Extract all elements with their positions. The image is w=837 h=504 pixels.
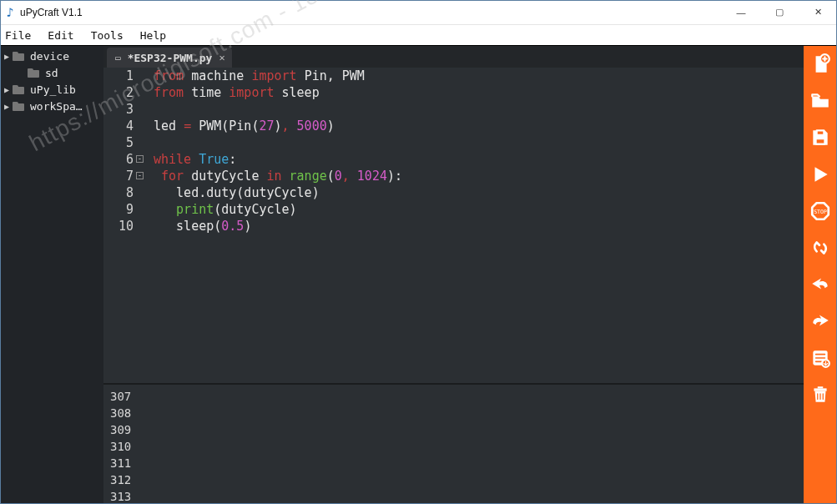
line-number: 4 (103, 118, 144, 134)
code-text[interactable]: sleep(0.5) (144, 218, 251, 234)
tab-close-icon[interactable]: ✕ (219, 52, 224, 63)
expand-arrow-icon[interactable]: ▶ (2, 98, 12, 115)
folder-icon (12, 85, 27, 96)
folder-icon (12, 52, 27, 63)
code-text[interactable]: led.duty(dutyCycle) (144, 184, 320, 201)
console-line: 312 (110, 471, 797, 488)
delete-button[interactable] (809, 383, 832, 406)
code-line[interactable]: 7- for dutyCycle in range(0, 1024): (103, 168, 804, 184)
folder-icon (27, 68, 42, 79)
svg-text:STOP: STOP (814, 209, 827, 215)
svg-rect-1 (817, 130, 824, 134)
minimize-button[interactable]: — (722, 0, 760, 25)
tree-label: device (30, 48, 69, 65)
code-text[interactable] (144, 134, 154, 151)
code-text[interactable]: for dutyCycle in range(0, 1024): (144, 168, 402, 184)
svg-rect-6 (814, 388, 826, 391)
new-file-button[interactable] (809, 53, 832, 76)
code-text[interactable]: from time import sleep (144, 84, 320, 101)
tree-node-workSpa[interactable]: ▶workSpa… (0, 98, 103, 115)
console-line: 309 (110, 421, 797, 438)
console-line: 308 (110, 405, 797, 421)
app-icon: ♪ (0, 0, 20, 25)
line-number: 3 (103, 101, 144, 118)
menu-tools[interactable]: Tools (91, 29, 124, 42)
line-number: 9 (103, 201, 144, 218)
output-console[interactable]: 307308309310311312313 (103, 383, 804, 504)
console-line: 310 (110, 438, 797, 455)
tree-label: uPy_lib (30, 82, 76, 98)
line-number: 10 (103, 218, 144, 234)
tree-node-sd[interactable]: sd (0, 65, 103, 82)
tree-node-device[interactable]: ▶device (0, 48, 103, 65)
tree-label: sd (45, 65, 58, 82)
tab-bar: ▭ *ESP32-PWM.py ✕ (103, 46, 804, 68)
line-number: 5 (103, 134, 144, 151)
check-button[interactable] (809, 346, 832, 370)
console-line: 307 (110, 388, 797, 405)
open-folder-button[interactable] (809, 89, 832, 113)
stop-button[interactable]: STOP (809, 199, 832, 223)
window-controls: — ▢ ✕ (722, 0, 837, 25)
editor-area: ▭ *ESP32-PWM.py ✕ 1from machine import P… (103, 46, 804, 504)
line-number: 1 (103, 68, 144, 84)
save-button[interactable] (809, 126, 832, 149)
tree-label: workSpa… (30, 98, 83, 115)
expand-arrow-icon[interactable]: ▶ (2, 82, 12, 98)
menu-file[interactable]: File (5, 29, 31, 42)
code-text[interactable]: from machine import Pin, PWM (144, 68, 365, 84)
fold-toggle-icon[interactable]: - (136, 172, 144, 179)
code-line[interactable]: 2from time import sleep (103, 84, 804, 101)
code-text[interactable]: led = PWM(Pin(27), 5000) (144, 118, 335, 134)
code-line[interactable]: 5 (103, 134, 804, 151)
main-area: ▶devicesd▶uPy_lib▶workSpa… ▭ *ESP32-PWM.… (0, 45, 837, 504)
line-number: 8 (103, 184, 144, 201)
svg-rect-2 (816, 139, 825, 144)
file-tree: ▶devicesd▶uPy_lib▶workSpa… (0, 46, 103, 504)
redo-button[interactable] (809, 310, 832, 333)
code-text[interactable]: while True: (144, 151, 236, 168)
close-window-button[interactable]: ✕ (799, 0, 837, 25)
line-number: 6- (103, 151, 144, 168)
run-button[interactable] (809, 163, 832, 186)
undo-button[interactable] (809, 273, 832, 296)
code-line[interactable]: 1from machine import Pin, PWM (103, 68, 804, 84)
code-line[interactable]: 8 led.duty(dutyCycle) (103, 184, 804, 201)
menu-help[interactable]: Help (140, 29, 166, 42)
right-toolbar: STOP (804, 46, 837, 504)
tab-file-icon: ▭ (115, 53, 121, 63)
tree-node-uPy_lib[interactable]: ▶uPy_lib (0, 82, 103, 98)
code-line[interactable]: 6-while True: (103, 151, 804, 168)
window-title: uPyCraft V1.1 (20, 7, 722, 18)
code-text[interactable] (144, 101, 154, 118)
maximize-button[interactable]: ▢ (760, 0, 799, 25)
code-line[interactable]: 10 sleep(0.5) (103, 218, 804, 234)
code-line[interactable]: 3 (103, 101, 804, 118)
line-number: 7- (103, 168, 144, 184)
editor-tab[interactable]: ▭ *ESP32-PWM.py ✕ (107, 48, 232, 68)
titlebar: ♪ uPyCraft V1.1 — ▢ ✕ (0, 0, 837, 25)
menu-edit[interactable]: Edit (48, 29, 73, 42)
expand-arrow-icon[interactable]: ▶ (2, 48, 12, 65)
code-line[interactable]: 4led = PWM(Pin(27), 5000) (103, 118, 804, 134)
code-editor[interactable]: 1from machine import Pin, PWM2from time … (103, 68, 804, 383)
fold-toggle-icon[interactable]: - (136, 155, 144, 163)
tab-filename: *ESP32-PWM.py (128, 52, 213, 64)
console-line: 313 (110, 488, 797, 504)
code-line[interactable]: 9 print(dutyCycle) (103, 201, 804, 218)
console-line: 311 (110, 455, 797, 471)
code-text[interactable]: print(dutyCycle) (144, 201, 297, 218)
svg-rect-7 (818, 386, 824, 388)
line-number: 2 (103, 84, 144, 101)
folder-icon (12, 102, 27, 113)
menubar: File Edit Tools Help (0, 25, 837, 45)
connect-button[interactable] (809, 236, 832, 260)
